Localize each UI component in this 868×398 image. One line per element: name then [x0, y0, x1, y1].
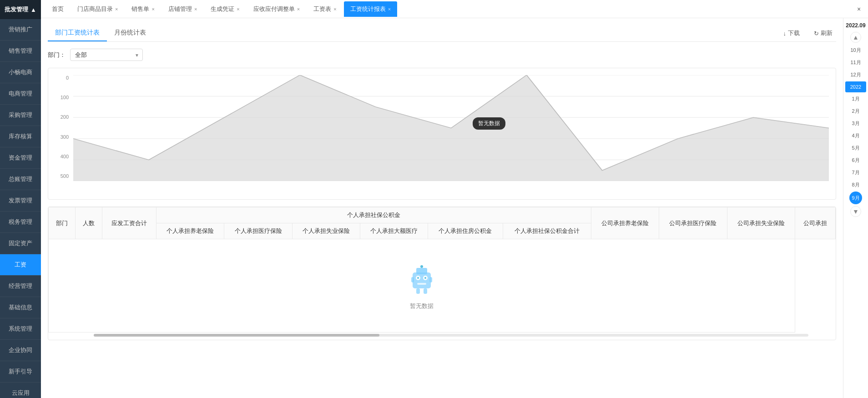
y-label-100: 100	[55, 95, 69, 100]
tab-ar-ap[interactable]: 应收应付调整单 ×	[247, 1, 306, 17]
tab-close-sales[interactable]: ×	[151, 6, 154, 12]
sidebar-item-zjgl[interactable]: 资金管理	[0, 147, 41, 169]
th-personal-major-medical: 个人承担大额医疗	[360, 223, 428, 239]
tab-close-voucher[interactable]: ×	[237, 6, 239, 12]
tab-bar-close-button[interactable]: ×	[854, 5, 863, 14]
sidebar-item-cggl[interactable]: 采购管理	[0, 105, 41, 126]
timeline-apr[interactable]: 4月	[843, 130, 868, 142]
sidebar-item-zzgl[interactable]: 总账管理	[0, 169, 41, 190]
content-area: 部门工资统计表 月份统计表 ↓ 下载 ↻ 刷新	[41, 18, 868, 398]
th-company-pension: 公司承担养老保险	[591, 207, 659, 239]
tab-home[interactable]: 首页	[45, 1, 70, 17]
timeline-year-2022: 2022.09	[845, 20, 866, 30]
y-label-500: 500	[55, 173, 69, 179]
svg-rect-15	[411, 277, 414, 282]
tab-sales[interactable]: 销售单 ×	[125, 1, 161, 17]
sidebar-item-qytx[interactable]: 企业协同	[0, 340, 41, 361]
sidebar-header[interactable]: 批发管理 ▲	[0, 0, 41, 19]
sidebar: 批发管理 ▲ 营销推广 销售管理 小畅电商 电商管理 采购管理 库存核算 资金管…	[0, 0, 41, 398]
timeline-oct[interactable]: 10月	[843, 44, 868, 56]
sidebar-item-yyy[interactable]: 云应用	[0, 383, 41, 398]
th-total-salary: 应发工资合计	[102, 207, 156, 239]
page-content: 部门工资统计表 月份统计表 ↓ 下载 ↻ 刷新	[41, 18, 843, 398]
svg-point-9	[420, 265, 423, 268]
tab-payroll[interactable]: 工资表 ×	[307, 1, 343, 17]
chart-container: 500 400 300 200 100 0	[48, 68, 836, 200]
timeline-panel: 2022.09 ▲ 10月 11月 12月 2022 1月 2月 3月	[843, 18, 868, 398]
empty-text: 暂无数据	[410, 302, 434, 310]
timeline-dec[interactable]: 12月	[843, 69, 868, 81]
sidebar-toggle-icon: ▲	[30, 6, 36, 13]
data-table-container: 部门 人数 应发工资合计 个人承担社保公积金 公司承担养老保险 公司承担医疗保险…	[48, 207, 836, 340]
chart-y-axis: 500 400 300 200 100 0	[55, 75, 69, 179]
download-icon: ↓	[783, 30, 787, 37]
sub-tab-dept[interactable]: 部门工资统计表	[48, 25, 107, 41]
sidebar-item-xsgl[interactable]: 销售管理	[0, 40, 41, 62]
svg-rect-8	[416, 268, 427, 274]
dept-select[interactable]: 全部	[70, 49, 143, 61]
chart-area: 暂无数据	[73, 75, 829, 181]
tab-shop-mgmt[interactable]: 店铺管理 ×	[162, 1, 203, 17]
y-label-200: 200	[55, 114, 69, 120]
sidebar-item-gdzcz[interactable]: 固定资产	[0, 233, 41, 254]
svg-point-13	[424, 277, 426, 279]
sidebar-item-xtgl[interactable]: 系统管理	[0, 318, 41, 340]
th-company-more: 公司承担	[795, 207, 835, 239]
sidebar-item-jygl[interactable]: 经营管理	[0, 276, 41, 297]
svg-point-12	[417, 277, 419, 279]
tab-close-payroll-report[interactable]: ×	[388, 6, 391, 12]
timeline-jun[interactable]: 6月	[843, 154, 868, 166]
sub-tab-month[interactable]: 月份统计表	[107, 25, 153, 41]
tab-close-store-catalog[interactable]: ×	[115, 6, 118, 12]
sidebar-item-kchsz[interactable]: 库存核算	[0, 126, 41, 147]
toolbar-row: 部门： 全部	[48, 49, 836, 61]
empty-robot-icon	[404, 261, 440, 297]
sidebar-item-swgl[interactable]: 税务管理	[0, 212, 41, 233]
tab-close-payroll[interactable]: ×	[333, 6, 336, 12]
empty-state: 暂无数据	[54, 243, 789, 328]
timeline-year-badge[interactable]: 2022	[845, 81, 866, 92]
tab-payroll-report[interactable]: 工资统计报表 ×	[344, 1, 397, 17]
y-label-400: 400	[55, 154, 69, 159]
sidebar-item-xsyd[interactable]: 新手引导	[0, 361, 41, 383]
tab-store-catalog[interactable]: 门店商品目录 ×	[71, 1, 124, 17]
sidebar-item-xcdsh[interactable]: 小畅电商	[0, 62, 41, 83]
horizontal-scrollbar-thumb[interactable]	[94, 334, 379, 337]
tab-close-shop-mgmt[interactable]: ×	[194, 6, 197, 12]
horizontal-scrollbar-track[interactable]	[94, 334, 808, 337]
timeline-may[interactable]: 5月	[843, 142, 868, 154]
timeline-up-button[interactable]: ▲	[850, 32, 861, 43]
timeline-sep-active[interactable]: 9月	[849, 191, 862, 204]
download-button[interactable]: ↓ 下载	[780, 27, 804, 39]
refresh-icon: ↻	[814, 30, 819, 37]
tab-bar-actions: ×	[854, 5, 863, 14]
refresh-button[interactable]: ↻ 刷新	[810, 27, 836, 39]
svg-rect-18	[424, 288, 427, 294]
tab-bar: 首页 门店商品目录 × 销售单 × 店铺管理 × 生成凭证 × 应收应付调整单 …	[41, 0, 868, 18]
svg-rect-7	[413, 272, 431, 288]
svg-rect-16	[429, 277, 432, 282]
timeline-feb[interactable]: 2月	[843, 105, 868, 117]
th-personal-total: 个人承担社保公积金合计	[503, 223, 591, 239]
th-personal-pension: 个人承担养老保险	[156, 223, 224, 239]
th-personal-unemployment: 个人承担失业保险	[292, 223, 360, 239]
sidebar-item-dsgl[interactable]: 电商管理	[0, 83, 41, 105]
y-label-300: 300	[55, 134, 69, 140]
tab-close-ar-ap[interactable]: ×	[297, 6, 300, 12]
th-dept: 部门	[49, 207, 76, 239]
sidebar-item-yxtt[interactable]: 营销推广	[0, 19, 41, 40]
sidebar-item-jcxx[interactable]: 基础信息	[0, 297, 41, 318]
sub-tab-actions: ↓ 下载 ↻ 刷新	[780, 27, 837, 39]
sidebar-item-fpgl[interactable]: 发票管理	[0, 190, 41, 212]
tab-voucher[interactable]: 生成凭证 ×	[204, 1, 246, 17]
timeline-jan[interactable]: 1月	[843, 93, 868, 105]
timeline-nov[interactable]: 11月	[843, 56, 868, 69]
timeline-jul[interactable]: 7月	[843, 166, 868, 179]
timeline-aug[interactable]: 8月	[843, 179, 868, 191]
sidebar-item-gz[interactable]: 工资	[0, 254, 41, 276]
th-company-unemployment: 公司承担失业保险	[727, 207, 795, 239]
timeline-down-button[interactable]: ▼	[850, 206, 861, 217]
timeline-mar[interactable]: 3月	[843, 117, 868, 130]
th-personal-group: 个人承担社保公积金	[156, 207, 591, 223]
scrollbar-area	[48, 333, 836, 339]
